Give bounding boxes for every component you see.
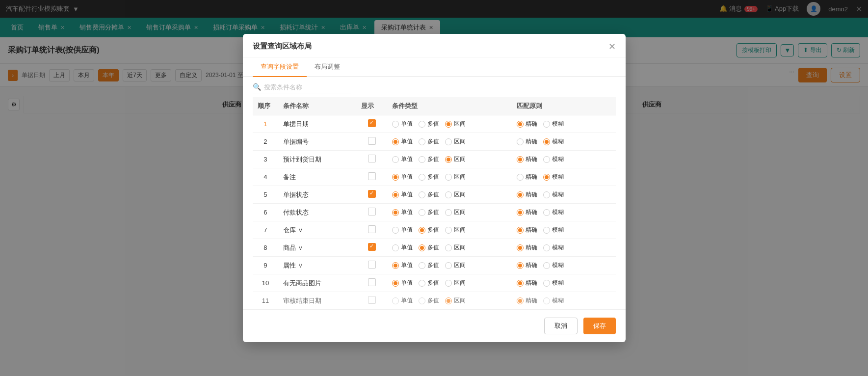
cell-show[interactable] [356,133,387,151]
cell-match: 精确模糊 [512,257,615,274]
radio-label: 精确 [526,120,537,128]
match-option-精确[interactable]: 精确 [517,296,537,305]
type-option-区间[interactable]: 区间 [445,226,466,234]
cell-show[interactable] [356,292,387,310]
match-option-精确[interactable]: 精确 [517,120,537,128]
type-option-单值[interactable]: 单值 [392,296,413,305]
cell-show[interactable] [356,257,387,274]
match-radio-group: 精确模糊 [517,155,610,163]
show-checkbox[interactable] [368,278,376,286]
type-option-多值[interactable]: 多值 [419,208,439,216]
cell-show[interactable] [356,274,387,292]
type-option-单值[interactable]: 单值 [392,261,413,269]
match-option-精确[interactable]: 精确 [517,173,537,181]
type-option-多值[interactable]: 多值 [419,190,439,199]
match-option-模糊[interactable]: 模糊 [543,137,564,146]
type-option-区间[interactable]: 区间 [445,173,466,181]
type-option-区间[interactable]: 区间 [445,243,466,252]
radio-label: 单值 [401,261,413,269]
match-option-精确[interactable]: 精确 [517,226,537,234]
cell-show[interactable] [356,221,387,239]
show-checkbox[interactable] [368,261,376,269]
show-checkbox[interactable] [368,155,376,162]
type-option-多值[interactable]: 多值 [419,155,439,163]
type-option-多值[interactable]: 多值 [419,137,439,146]
type-option-区间[interactable]: 区间 [445,208,466,216]
search-icon: 🔍 [253,83,261,91]
match-option-模糊[interactable]: 模糊 [543,279,564,287]
type-option-多值[interactable]: 多值 [419,296,439,305]
cell-show[interactable] [356,168,387,186]
radio-circle [543,174,550,181]
match-option-模糊[interactable]: 模糊 [543,190,564,199]
tab-query-fields[interactable]: 查询字段设置 [253,57,307,77]
match-option-精确[interactable]: 精确 [517,279,537,287]
type-option-区间[interactable]: 区间 [445,296,466,305]
radio-circle [445,121,452,128]
match-option-模糊[interactable]: 模糊 [543,261,564,269]
match-option-模糊[interactable]: 模糊 [543,208,564,216]
show-checkbox[interactable] [368,119,376,127]
cell-show[interactable] [356,115,387,133]
show-checkbox[interactable] [368,296,376,304]
show-checkbox[interactable] [368,243,376,251]
show-checkbox[interactable] [368,172,376,180]
cancel-button[interactable]: 取消 [544,318,578,334]
show-checkbox[interactable] [368,225,376,233]
show-checkbox[interactable] [368,208,376,215]
match-option-模糊[interactable]: 模糊 [543,296,564,305]
match-option-精确[interactable]: 精确 [517,261,537,269]
type-option-单值[interactable]: 单值 [392,226,413,234]
type-option-单值[interactable]: 单值 [392,173,413,181]
type-option-单值[interactable]: 单值 [392,279,413,287]
show-checkbox[interactable] [368,137,376,145]
type-option-多值[interactable]: 多值 [419,226,439,234]
modal-close-button[interactable]: ✕ [608,42,616,51]
type-option-区间[interactable]: 区间 [445,261,466,269]
type-option-单值[interactable]: 单值 [392,208,413,216]
th-show: 显示 [356,97,387,115]
type-option-区间[interactable]: 区间 [445,137,466,146]
match-option-模糊[interactable]: 模糊 [543,120,564,128]
radio-label: 模糊 [552,190,564,199]
type-option-单值[interactable]: 单值 [392,137,413,146]
match-option-模糊[interactable]: 模糊 [543,226,564,234]
type-option-多值[interactable]: 多值 [419,261,439,269]
type-option-多值[interactable]: 多值 [419,243,439,252]
cell-match: 精确模糊 [512,221,615,239]
match-option-精确[interactable]: 精确 [517,208,537,216]
radio-circle [445,138,452,145]
match-option-精确[interactable]: 精确 [517,137,537,146]
radio-circle [445,262,452,269]
type-option-区间[interactable]: 区间 [445,120,466,128]
radio-label: 多值 [427,137,439,146]
search-input[interactable] [264,83,351,91]
show-checkbox[interactable] [368,190,376,198]
type-option-多值[interactable]: 多值 [419,173,439,181]
type-option-单值[interactable]: 单值 [392,120,413,128]
match-option-精确[interactable]: 精确 [517,155,537,163]
type-option-单值[interactable]: 单值 [392,190,413,199]
radio-circle [445,191,452,198]
save-button[interactable]: 保存 [583,318,616,334]
radio-circle [517,191,524,198]
match-option-精确[interactable]: 精确 [517,190,537,199]
tab-layout[interactable]: 布局调整 [307,57,348,77]
cell-match: 精确模糊 [512,133,615,151]
type-option-单值[interactable]: 单值 [392,243,413,252]
cell-show[interactable] [356,151,387,168]
type-option-区间[interactable]: 区间 [445,190,466,199]
type-option-区间[interactable]: 区间 [445,155,466,163]
match-option-模糊[interactable]: 模糊 [543,173,564,181]
match-option-模糊[interactable]: 模糊 [543,155,564,163]
type-option-多值[interactable]: 多值 [419,279,439,287]
match-option-模糊[interactable]: 模糊 [543,243,564,252]
cell-show[interactable] [356,186,387,204]
cell-show[interactable] [356,239,387,257]
type-option-多值[interactable]: 多值 [419,120,439,128]
type-option-区间[interactable]: 区间 [445,279,466,287]
type-option-单值[interactable]: 单值 [392,155,413,163]
modal-footer: 取消 保存 [243,309,626,342]
cell-show[interactable] [356,204,387,221]
match-option-精确[interactable]: 精确 [517,243,537,252]
